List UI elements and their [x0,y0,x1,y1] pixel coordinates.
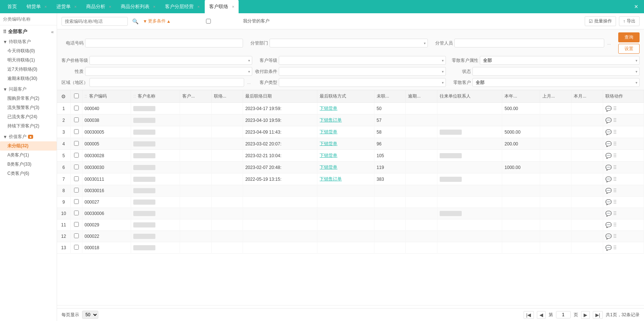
more-conditions-button[interactable]: ▼ 更多条件 ▲ [143,18,171,24]
sidebar-collapse-icon[interactable]: « [51,29,54,35]
section-problem-customers-title[interactable]: ▼ 问题客户 [0,85,57,94]
chat-icon[interactable]: 💬 [605,106,612,112]
more-action-icon[interactable]: ⠿ [613,176,617,182]
row-checkbox[interactable] [74,117,79,122]
row-checkbox[interactable] [74,199,79,204]
prev-page-button[interactable]: ◀ [537,311,546,319]
section-value-customers-title[interactable]: ▼ 价值客户 ● [0,132,57,141]
chat-icon[interactable]: 💬 [605,199,612,205]
last-page-button[interactable]: ▶| [593,311,603,319]
more-action-icon[interactable]: ⠿ [613,106,617,112]
chat-icon[interactable]: 💬 [605,153,612,159]
close-customer-contact-tab[interactable]: × [232,4,234,9]
chat-icon[interactable]: 💬 [605,165,612,170]
manager-more-button[interactable]: … [606,41,612,45]
row-checkbox[interactable] [74,233,79,238]
more-action-icon[interactable]: ⠿ [613,129,617,135]
customer-level-select[interactable] [279,56,446,65]
contact-way-link[interactable]: 下销售订单 [320,117,342,123]
more-action-icon[interactable]: ⠿ [613,117,617,123]
more-action-icon[interactable]: ⠿ [613,222,617,228]
tab-customer-contact[interactable]: 客户联络 × [205,0,239,13]
row-checkbox[interactable] [74,211,79,215]
more-action-icon[interactable]: ⠿ [613,165,617,170]
row-checkbox[interactable] [74,176,79,181]
row-checkbox[interactable] [74,106,79,110]
tab-analysis[interactable]: 商品分析 × [82,0,116,13]
batch-ops-button[interactable]: ☑ 批量操作 [585,16,616,26]
chat-icon[interactable]: 💬 [605,188,612,194]
sidebar-item-hoarding-abnormal[interactable]: 囤购异常客户(2) [0,94,57,103]
customer-type-select[interactable] [279,78,446,87]
nature-select[interactable] [85,67,252,76]
chat-icon[interactable]: 💬 [605,176,612,182]
select-all-checkbox[interactable] [74,94,79,98]
sidebar-item-churn-warning[interactable]: 流失预警客户(3) [0,103,57,112]
status-select[interactable] [472,67,640,76]
row-checkbox[interactable] [74,222,79,227]
window-close-button[interactable]: × [631,3,641,11]
horizontal-scrollbar[interactable] [57,305,644,308]
chat-icon[interactable]: 💬 [605,233,612,239]
region-input[interactable] [89,78,244,87]
more-action-icon[interactable]: ⠿ [613,199,617,205]
sidebar-item-tomorrow-pending[interactable]: 明天待联络(1) [0,56,57,65]
settings-icon[interactable]: ⚙ [61,94,66,99]
my-customers-checkbox[interactable] [175,19,242,24]
close-analysis-tab[interactable]: × [109,4,111,9]
row-checkbox[interactable] [74,245,79,250]
tab-purchase[interactable]: 进货单 × [52,0,81,13]
sidebar-item-declining[interactable]: 持续下滑客户(2) [0,121,57,131]
dept-select[interactable] [270,39,427,47]
sidebar-item-class-b[interactable]: B类客户(33) [0,160,57,169]
sidebar-item-ungrouped[interactable]: 未分组(32) [0,141,57,151]
export-button[interactable]: ↑ 导出 [619,16,640,26]
page-input[interactable] [556,311,571,318]
sidebar-item-class-c[interactable]: C类客户(6) [0,169,57,178]
price-level-select[interactable] [89,56,252,65]
more-action-icon[interactable]: ⠿ [613,233,617,239]
tab-sales[interactable]: 销货单 × [22,0,51,13]
close-analysis-list-tab[interactable]: × [153,4,155,9]
my-customers-checkbox-label[interactable]: 我分管的客户 [175,18,270,24]
reset-button[interactable]: 设置 [618,44,640,54]
chat-icon[interactable]: 💬 [605,141,612,147]
contact-way-link[interactable]: 下销货单 [320,165,337,170]
more-action-icon[interactable]: ⠿ [613,153,617,159]
close-purchase-tab[interactable]: × [74,4,77,9]
manager-input[interactable] [454,39,604,47]
close-customer-tier-tab[interactable]: × [197,4,200,9]
row-checkbox[interactable] [74,129,79,134]
retail-customer-select[interactable]: 全部 [472,78,640,87]
tab-customer-tier[interactable]: 客户分层经营 × [161,0,204,13]
payment-select[interactable] [279,67,446,76]
sidebar-item-overdue[interactable]: 逾期未联络(30) [0,74,57,83]
more-action-icon[interactable]: ⠿ [613,245,617,251]
sidebar-item-7day-pending[interactable]: 近7天待联络(0) [0,65,57,74]
section-pending-contact-title[interactable]: ▼ 待联络客户 [0,37,57,46]
all-customers-label[interactable]: 全部客户 [8,28,27,35]
sidebar-item-class-a[interactable]: A类客户(1) [0,151,57,160]
tab-analysis-list[interactable]: 商品分析列表 × [116,0,160,13]
more-action-icon[interactable]: ⠿ [613,188,617,194]
row-checkbox[interactable] [74,188,79,193]
chat-icon[interactable]: 💬 [605,245,612,251]
contact-way-link[interactable]: 下销售订单 [320,176,342,181]
contact-way-link[interactable]: 下销货单 [320,129,337,134]
sidebar-item-churned[interactable]: 已流失客户(24) [0,112,57,121]
query-button[interactable]: 查询 [618,32,640,42]
first-page-button[interactable]: |◀ [524,311,534,319]
search-input[interactable] [61,17,128,26]
chat-icon[interactable]: 💬 [605,129,612,135]
row-checkbox[interactable] [74,141,79,146]
chat-icon[interactable]: 💬 [605,222,612,228]
retail-attr-select[interactable]: 全部 [480,56,640,65]
row-checkbox[interactable] [74,153,79,158]
close-sales-tab[interactable]: × [45,4,47,9]
tab-home[interactable]: 首页 [3,0,21,13]
row-checkbox[interactable] [74,165,79,169]
more-action-icon[interactable]: ⠿ [613,211,617,216]
phone-input[interactable] [85,39,243,47]
chat-icon[interactable]: 💬 [605,117,612,123]
contact-way-link[interactable]: 下销货单 [320,141,337,146]
